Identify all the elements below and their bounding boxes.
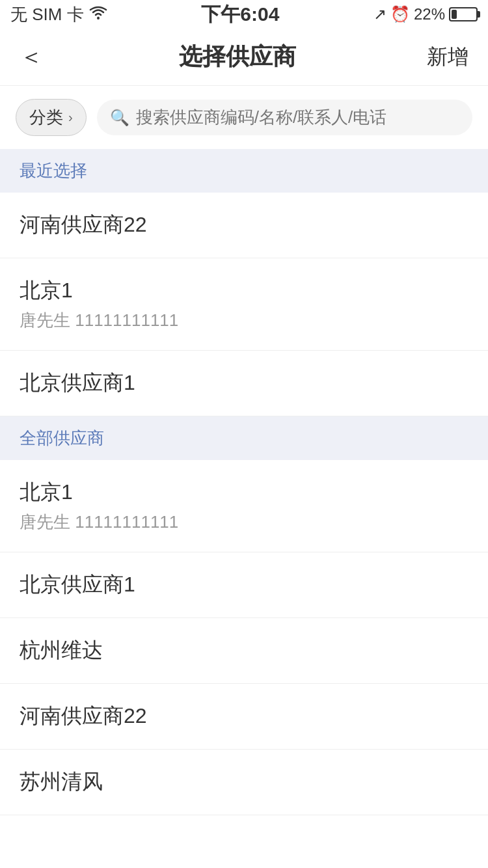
all-section-header: 全部供应商 (0, 416, 488, 460)
item-detail: 唐先生 11111111111 (20, 309, 468, 332)
nav-bar: ＜ 选择供应商 新增 (0, 29, 488, 86)
list-item[interactable]: 河南供应商22 (0, 193, 488, 258)
chevron-right-icon: › (68, 110, 73, 125)
list-item[interactable]: 北京1唐先生 11111111111 (0, 460, 488, 552)
search-input[interactable] (136, 107, 459, 128)
list-item[interactable]: 河南供应商22 (0, 684, 488, 750)
back-button[interactable]: ＜ (20, 41, 59, 73)
location-icon: ↗ (373, 5, 386, 23)
all-section-label: 全部供应商 (20, 428, 104, 448)
battery-icon (449, 7, 478, 21)
alarm-icon: ⏰ (390, 5, 410, 23)
item-name: 北京1 (20, 478, 468, 507)
search-box[interactable]: 🔍 (97, 100, 472, 135)
battery-percent: 22% (414, 5, 445, 23)
status-bar: 无 SIM 卡 下午6:04 ↗ ⏰ 22% (0, 0, 488, 29)
item-name: 北京供应商1 (20, 369, 468, 398)
no-sim-text: 无 SIM 卡 (10, 3, 84, 26)
category-label: 分类 (29, 106, 63, 129)
search-icon: 🔍 (110, 109, 129, 127)
filter-bar: 分类 › 🔍 (0, 86, 488, 149)
status-left: 无 SIM 卡 (10, 3, 107, 26)
list-item[interactable]: 北京供应商1 (0, 552, 488, 618)
status-right: ↗ ⏰ 22% (373, 5, 478, 23)
status-time: 下午6:04 (201, 1, 279, 28)
add-button[interactable]: 新增 (416, 43, 468, 72)
list-item[interactable]: 北京供应商1 (0, 351, 488, 416)
item-name: 北京供应商1 (20, 571, 468, 599)
item-detail: 唐先生 11111111111 (20, 511, 468, 534)
list-item[interactable]: 苏州清风 (0, 750, 488, 815)
item-name: 杭州维达 (20, 636, 468, 665)
category-button[interactable]: 分类 › (16, 99, 87, 136)
wifi-icon (89, 5, 107, 25)
recent-section-header: 最近选择 (0, 149, 488, 193)
recent-section-label: 最近选择 (20, 161, 87, 180)
recent-list: 河南供应商22北京1唐先生 11111111111北京供应商1 (0, 193, 488, 416)
list-item[interactable]: 杭州维达 (0, 618, 488, 684)
item-name: 北京1 (20, 277, 468, 305)
item-name: 苏州清风 (20, 768, 468, 796)
list-item[interactable]: 北京1唐先生 11111111111 (0, 258, 488, 351)
item-name: 河南供应商22 (20, 702, 468, 731)
item-name: 河南供应商22 (20, 211, 468, 239)
page-title: 选择供应商 (179, 41, 296, 73)
svg-point-0 (97, 17, 100, 20)
all-list: 北京1唐先生 11111111111北京供应商1杭州维达河南供应商22苏州清风 (0, 460, 488, 815)
